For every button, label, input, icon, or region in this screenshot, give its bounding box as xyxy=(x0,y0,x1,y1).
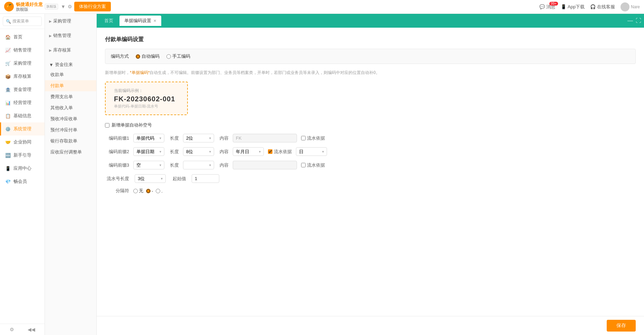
serial3-checkbox[interactable] xyxy=(301,163,306,167)
minimize-btn[interactable]: — xyxy=(627,18,633,24)
collapse-sidebar-btn[interactable]: ◀◀ xyxy=(28,327,35,332)
inventory-icon: 📦 xyxy=(5,74,11,79)
sub-section-capital[interactable]: ▼ 资金往来 xyxy=(45,59,96,69)
settings-bottom-btn[interactable]: ⚙ xyxy=(10,327,14,332)
sub-item-other-income[interactable]: 其他收入单 xyxy=(45,102,96,113)
sub-group-capital: ▼ 资金往来 收款单 付款单 费用支出单 其他收入单 预收冲应收单 预付冲应付单… xyxy=(45,57,96,159)
sidebar-item-newguide[interactable]: 🆕 新手引导 xyxy=(0,149,45,162)
content3-input xyxy=(233,161,297,169)
logo-icon: 🍊 xyxy=(4,2,14,11)
tab-serial-settings[interactable]: 单据编码设置 ✕ xyxy=(119,16,161,26)
tab-close-icon[interactable]: ✕ xyxy=(153,19,156,23)
maximize-btn[interactable]: ⛶ xyxy=(636,18,641,24)
trial-button[interactable]: 体验行业方案 xyxy=(74,2,111,11)
sidebar-item-sales[interactable]: 📈 销售管理 xyxy=(0,44,45,57)
manual-radio-text: 手工编码 xyxy=(172,53,190,59)
content2-select[interactable]: 年月日 xyxy=(233,147,264,156)
sub-sidebar: ▶ 采购管理 ▶ 销售管理 ▶ 库存核算 ▼ 资金往来 收款单 付款单 费用支出… xyxy=(45,14,97,335)
app-label: App下载 xyxy=(568,4,585,10)
sidebar-item-member[interactable]: 💎 畅会员 xyxy=(0,175,45,188)
auto-fill-label: 新增单据自动补空号 xyxy=(112,122,152,128)
sidebar-item-basic[interactable]: 📋 基础信息 xyxy=(0,109,45,122)
sidebar-item-home[interactable]: 🏠 首页 xyxy=(0,30,45,44)
preview-box: 当前编码示例： FK-20230602-001 单据代码-单据日期-流水号 xyxy=(105,82,188,115)
manual-radio-label[interactable]: 手工编码 xyxy=(166,53,190,59)
info-text: 新增单据时，*单据编码*自动生成，不可编辑。前缀设置为部门、业务员等档案类，开单… xyxy=(105,69,636,76)
auto-fill-checkbox[interactable] xyxy=(105,123,109,128)
prefix3-row: 编码前缀3 空 长度 内容 xyxy=(105,161,636,169)
sub-group-inventory-title[interactable]: ▶ 库存核算 xyxy=(45,44,96,56)
layout: 🔍 搜索菜单 🏠 首页 📈 销售管理 🛒 采购管理 📦 库存核算 🏦 xyxy=(0,14,644,335)
manual-radio[interactable] xyxy=(166,54,171,59)
collapse-btn[interactable]: ▼ xyxy=(61,4,66,9)
sidebar-item-inventory[interactable]: 📦 库存核算 xyxy=(0,70,45,83)
sidebar-item-operation[interactable]: 📊 经营管理 xyxy=(0,96,45,109)
prefix1-select[interactable]: 单据代码 xyxy=(133,134,164,142)
arrow-icon: ▶ xyxy=(49,48,52,52)
serial2-checkbox[interactable] xyxy=(268,149,272,154)
page-title: 付款单编码设置 xyxy=(105,36,636,43)
auto-radio-label[interactable]: 自动编码 xyxy=(136,53,160,59)
sidebar-bottom: ⚙ ◀◀ xyxy=(0,324,45,335)
sep-none[interactable]: 无 xyxy=(133,188,143,194)
sep-dash-radio[interactable] xyxy=(146,189,151,193)
settings-btn[interactable]: ⚙ xyxy=(68,4,72,9)
sep-dot-radio[interactable] xyxy=(156,189,160,193)
sub-item-payment[interactable]: 付款单 xyxy=(45,80,96,91)
encoding-method-section: 编码方式 自动编码 手工编码 xyxy=(105,49,636,64)
sub-item-ar-ap-adjust[interactable]: 应收应付调整单 xyxy=(45,147,96,158)
tab-home-label: 首页 xyxy=(104,18,113,24)
sep-none-radio[interactable] xyxy=(133,189,138,193)
sidebar-item-system[interactable]: ⚙️ 系统管理 xyxy=(0,122,45,136)
encoding-method-label: 编码方式 xyxy=(111,53,129,59)
prefix3-select[interactable]: 空 xyxy=(133,161,164,169)
message-icon: 💬 xyxy=(539,4,545,9)
sidebar-item-purchase[interactable]: 🛒 采购管理 xyxy=(0,57,45,70)
sub-group-label: 采购管理 xyxy=(53,18,71,24)
period2-select[interactable]: 日 xyxy=(296,147,327,156)
start-value-label: 起始值 xyxy=(173,176,186,182)
start-value-input[interactable] xyxy=(192,174,219,183)
serial-length-label: 流水号长度 xyxy=(105,176,129,182)
tab-home[interactable]: 首页 xyxy=(99,16,118,26)
sub-group-sales-title[interactable]: ▶ 销售管理 xyxy=(45,30,96,41)
prefix2-select[interactable]: 单据日期 xyxy=(133,147,164,156)
app-download[interactable]: 📱 App下载 xyxy=(561,4,585,10)
sidebar-item-enterprise[interactable]: 🤝 企业协同 xyxy=(0,136,45,149)
content1-input xyxy=(233,134,297,142)
sidebar-item-label: 采购管理 xyxy=(13,60,31,66)
sub-item-bank-deposit[interactable]: 银行存取款单 xyxy=(45,136,96,147)
system-icon: ⚙️ xyxy=(5,126,11,132)
serial2-checkbox-item: 流水依据 xyxy=(268,149,292,155)
sep-dash[interactable]: - xyxy=(146,188,153,194)
length1-select[interactable]: 2位 xyxy=(183,134,214,142)
serial1-checkbox[interactable] xyxy=(301,136,306,140)
length3-select[interactable] xyxy=(183,161,214,169)
prefix2-label: 编码前缀2 xyxy=(105,149,129,155)
newguide-icon: 🆕 xyxy=(5,152,11,158)
save-button[interactable]: 保存 xyxy=(607,320,636,332)
sub-item-advance-receivable[interactable]: 预收冲应收单 xyxy=(45,113,96,124)
message-notif[interactable]: 💬 消息 99+ xyxy=(539,4,555,10)
logo-line2: 旗舰版 xyxy=(16,7,43,12)
sep-dot[interactable]: . xyxy=(156,188,163,194)
length2-select[interactable]: 8位 xyxy=(183,147,214,156)
online-service[interactable]: 🎧 在线客服 xyxy=(590,4,615,10)
sidebar-item-label: 畅会员 xyxy=(13,178,27,185)
save-bar: 保存 xyxy=(97,316,644,335)
logo-text: 畅捷通好生意 旗舰版 xyxy=(16,2,43,12)
sidebar-item-appcenter[interactable]: 📱 应用中心 xyxy=(0,162,45,175)
auto-radio[interactable] xyxy=(136,54,140,59)
user-area[interactable]: Nare xyxy=(621,2,640,11)
sub-item-receipt[interactable]: 收款单 xyxy=(45,69,96,80)
sub-item-advance-payable[interactable]: 预付冲应付单 xyxy=(45,124,96,136)
sidebar-item-finance[interactable]: 🏦 资金管理 xyxy=(0,83,45,96)
sub-group-purchase-title[interactable]: ▶ 采购管理 xyxy=(45,15,96,27)
length2-select-wrapper: 8位 xyxy=(183,147,214,156)
serial-length-select[interactable]: 3位 xyxy=(135,174,166,183)
search-button[interactable]: 🔍 搜索菜单 xyxy=(3,17,42,26)
sidebar-item-label: 首页 xyxy=(13,34,22,40)
prefix1-row: 编码前缀1 单据代码 长度 2位 内容 xyxy=(105,134,636,142)
sub-item-expense[interactable]: 费用支出单 xyxy=(45,91,96,102)
serial-length-select-wrapper: 3位 xyxy=(135,174,166,183)
